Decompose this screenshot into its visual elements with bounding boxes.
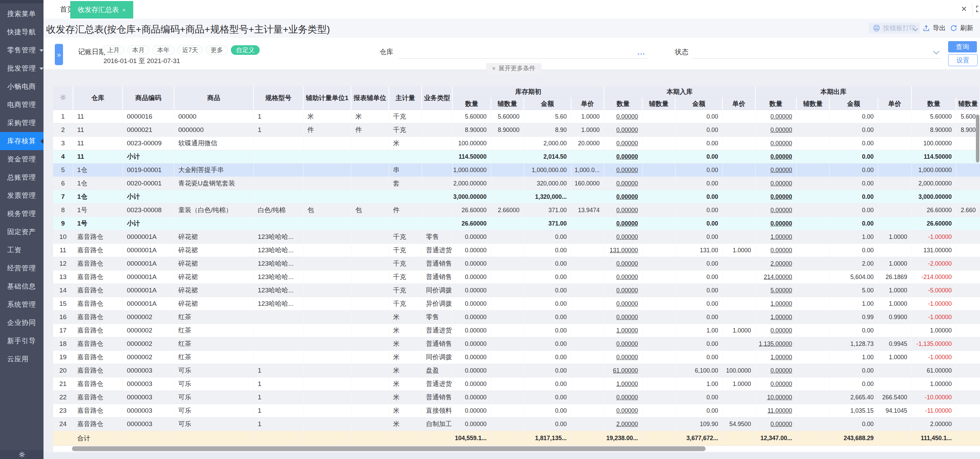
sidebar-item-14[interactable]: 经营管理 [0, 259, 43, 277]
drilldown-link[interactable]: 61.00000 [613, 367, 638, 374]
drilldown-link[interactable]: 0.00000 [770, 193, 792, 200]
table-row-14[interactable]: 14嘉音路仓0000001A碎花裙123哈哈哈...千克同价调拨0.000000… [53, 284, 980, 297]
fullscreen-icon[interactable] [975, 5, 980, 14]
drilldown-link[interactable]: 0.00000 [770, 126, 792, 133]
drilldown-link[interactable]: 0.00000 [616, 260, 638, 267]
drilldown-link[interactable]: 1.00000 [770, 300, 792, 307]
sidebar-item-6[interactable]: 采购管理 [0, 114, 43, 132]
refresh-button[interactable]: 刷新 [950, 22, 973, 33]
status-select[interactable] [692, 46, 941, 59]
drilldown-link[interactable]: 0.00000 [616, 274, 638, 280]
drilldown-link[interactable]: 0.00000 [616, 340, 638, 347]
drilldown-link[interactable]: 0.00000 [770, 367, 792, 374]
date-chip-0[interactable]: 上月 [102, 45, 124, 55]
table-row-17[interactable]: 17嘉音路仓0000002红茶米普通进货0.000000.001.000001.… [53, 324, 980, 337]
drilldown-link[interactable]: 0.00000 [770, 140, 792, 147]
horizontal-scrollbar[interactable] [72, 446, 706, 451]
chevron-down-icon[interactable] [934, 49, 939, 55]
table-row-2[interactable]: 211000002100000001件件千克8.900008.900008.90… [53, 123, 980, 137]
drilldown-link[interactable]: 0.00000 [616, 180, 638, 187]
drilldown-link[interactable]: 0.00000 [616, 394, 638, 401]
date-chip-1[interactable]: 本月 [127, 45, 150, 55]
table-row-24[interactable]: 24嘉音路仓0000003可乐1米自制加工0.000000.002.000001… [53, 418, 980, 431]
expand-more-conditions-button[interactable]: » 展开更多条件 [486, 63, 542, 73]
print-by-template-button[interactable]: 按模板打印 [869, 22, 920, 33]
date-range-value[interactable]: 2016-01-01 至 2021-07-31 [103, 57, 180, 65]
drilldown-link[interactable]: 131.00000 [610, 247, 638, 253]
drilldown-link[interactable]: 2.00000 [616, 421, 638, 427]
sidebar-item-8[interactable]: 资金管理 [0, 150, 43, 168]
drilldown-link[interactable]: 2.00000 [770, 260, 792, 267]
collapse-notch-icon[interactable] [40, 139, 43, 144]
sidebar-item-0[interactable]: 搜索菜单 [0, 5, 43, 23]
sidebar-item-5[interactable]: 电商管理 [0, 96, 43, 114]
drilldown-link[interactable]: 0.00000 [770, 113, 792, 120]
drilldown-link[interactable]: 0.00000 [616, 287, 638, 294]
drilldown-link[interactable]: 0.00000 [616, 113, 638, 120]
drilldown-link[interactable]: 0.00000 [616, 193, 638, 200]
drilldown-link[interactable]: 0.00000 [616, 233, 638, 240]
drilldown-link[interactable]: 1.00000 [770, 233, 792, 240]
drilldown-link[interactable]: 10.00000 [767, 394, 792, 401]
table-row-4[interactable]: 411小计114.500002,014.500.000000.000.00000… [53, 150, 980, 164]
drilldown-link[interactable]: 1.00000 [770, 354, 792, 361]
sidebar-item-12[interactable]: 固定资产 [0, 223, 43, 241]
sidebar-item-3[interactable]: 批发管理 [0, 59, 43, 78]
sidebar-item-7[interactable]: 库存核算 [0, 132, 43, 150]
table-row-9[interactable]: 91号小计26.60000371.000.000000.000.000000.0… [53, 217, 980, 230]
drilldown-link[interactable]: 1,135.00000 [759, 340, 792, 347]
table-row-23[interactable]: 23嘉音路仓0000003可乐1米直接领料0.000000.000.000000… [53, 404, 980, 418]
sidebar-item-15[interactable]: 基础信息 [0, 277, 43, 295]
warehouse-input[interactable]: ... [398, 46, 648, 59]
sidebar-item-9[interactable]: 总账管理 [0, 168, 43, 186]
vertical-scrollbar[interactable] [976, 115, 979, 163]
drilldown-link[interactable]: 0.00000 [770, 167, 792, 174]
sidebar-item-19[interactable]: 云应用 [0, 350, 43, 368]
sidebar-item-4[interactable]: 小畅电商 [0, 78, 43, 96]
drilldown-link[interactable]: 0.00000 [616, 140, 638, 147]
table-row-13[interactable]: 13嘉音路仓0000001A碎花裙123哈哈哈...千克普通销售0.000000… [53, 271, 980, 284]
drilldown-link[interactable]: 0.00000 [616, 354, 638, 361]
date-chip-3[interactable]: 近7天 [177, 45, 203, 55]
sidebar-item-11[interactable]: 税务管理 [0, 205, 43, 223]
table-row-22[interactable]: 22嘉音路仓0000003可乐1米普通销售0.000000.000.000000… [53, 391, 980, 404]
sidebar-item-10[interactable]: 发票管理 [0, 186, 43, 205]
drilldown-link[interactable]: 0.00000 [616, 126, 638, 133]
sidebar-item-13[interactable]: 工资 [0, 241, 43, 259]
drilldown-link[interactable]: 214.00000 [764, 274, 792, 280]
ellipsis-icon[interactable]: ... [638, 48, 645, 56]
sidebar-item-16[interactable]: 系统管理 [0, 295, 43, 314]
table-row-3[interactable]: 3110023-00009软碟通用微信米100.000002,000.0020.… [53, 137, 980, 150]
drilldown-link[interactable]: 0.00000 [616, 314, 638, 320]
drilldown-link[interactable]: 1.00000 [770, 314, 792, 320]
drilldown-link[interactable]: 0.00000 [616, 407, 638, 414]
close-icon[interactable]: × [961, 3, 967, 14]
drilldown-link[interactable]: 0.00000 [770, 180, 792, 187]
table-row-7[interactable]: 71仓小计3,000.000001,320,000...0.000000.000… [53, 190, 980, 204]
drilldown-link[interactable]: 1.00000 [616, 327, 638, 334]
gear-icon[interactable] [19, 453, 25, 459]
export-button[interactable]: 导出 [923, 22, 946, 33]
sidebar-item-2[interactable]: 零售管理 [0, 41, 43, 59]
drilldown-link[interactable]: 0.00000 [616, 220, 638, 227]
collapse-filter-button[interactable]: » [55, 44, 63, 65]
date-chip-4[interactable]: 更多 [206, 45, 228, 55]
tab-summary-report[interactable]: 收发存汇总表× [70, 1, 133, 19]
table-row-8[interactable]: 81号0023-00008童装（白色/纯棉）白色/纯棉包包件26.600002.… [53, 204, 980, 217]
table-row-6[interactable]: 61仓0020-00001青花瓷U盘钢笔套装套2,000.00000320,00… [53, 177, 980, 190]
drilldown-link[interactable]: 0.00000 [770, 247, 792, 253]
drilldown-link[interactable]: 1.00000 [616, 381, 638, 387]
drilldown-link[interactable]: 0.00000 [770, 381, 792, 387]
drilldown-link[interactable]: 0.00000 [616, 153, 638, 160]
drilldown-link[interactable]: 0.00000 [770, 220, 792, 227]
drilldown-link[interactable]: 0.00000 [770, 207, 792, 214]
table-row-18[interactable]: 18嘉音路仓0000002红茶米普通销售0.000000.000.000000.… [53, 337, 980, 351]
tab-close-icon[interactable]: × [122, 7, 126, 13]
drilldown-link[interactable]: 5.00000 [770, 287, 792, 294]
drilldown-link[interactable]: 0.00000 [616, 207, 638, 214]
table-row-10[interactable]: 10嘉音路仓0000001A碎花裙123哈哈哈...千克零售0.000000.0… [53, 230, 980, 244]
table-row-1[interactable]: 1110000016000001米米千克5.600005.600005.601.… [53, 110, 980, 123]
table-row-21[interactable]: 21嘉音路仓0000003可乐1米普通进货0.000000.001.000001… [53, 378, 980, 391]
sidebar-item-17[interactable]: 企业协同 [0, 314, 43, 332]
sidebar-item-18[interactable]: 新手引导 [0, 332, 43, 350]
